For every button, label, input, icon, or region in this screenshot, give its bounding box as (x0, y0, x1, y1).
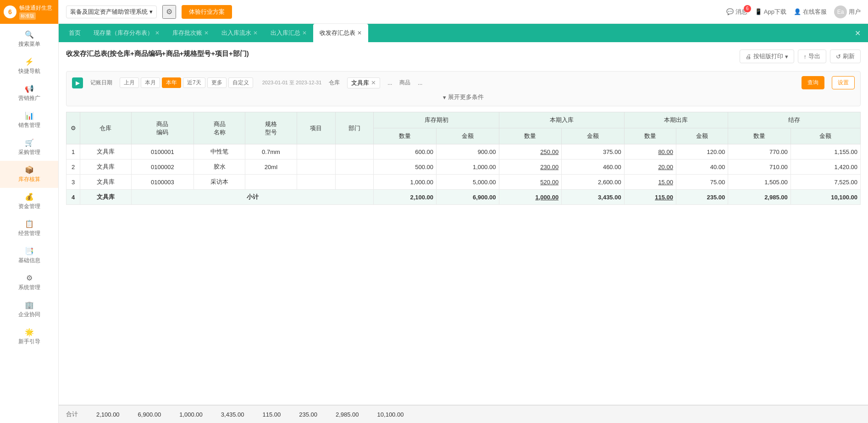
row1-open-amt: 900.00 (437, 144, 499, 159)
tab-recv-send-close[interactable]: ✕ (357, 30, 362, 36)
sidebar-label-system: 系统管理 (18, 284, 40, 291)
sidebar-item-marketing[interactable]: 📢 营销推广 (0, 80, 58, 107)
row1-close-amt: 1,155.00 (791, 144, 860, 159)
warehouse-tag-value: 文具库 (351, 79, 369, 87)
app-download-item[interactable]: 📱 App下载 (755, 8, 786, 16)
sidebar-label-sales: 销售管理 (18, 121, 40, 129)
row2-code: 0100002 (131, 159, 194, 175)
user-item[interactable]: Ea 用户 (834, 5, 861, 18)
table-row: 2 文具库 0100002 胶水 20ml 500.00 1,000.00 23… (66, 159, 861, 175)
logo-icon: 6 (4, 5, 17, 18)
row3-in-qty[interactable]: 520.00 (499, 175, 562, 190)
try-industry-button[interactable]: 体验行业方案 (182, 5, 232, 19)
user-label: 用户 (849, 8, 861, 16)
sidebar-item-sales[interactable]: 📊 销售管理 (0, 107, 58, 134)
sidebar-item-finance[interactable]: 💰 资金管理 (0, 188, 58, 215)
sidebar-label-operation: 经营管理 (18, 230, 40, 237)
content-area: 收发存汇总表(按仓库+商品编码+商品+规格型号+项目+部门) 🖨 按钮版打印 ▾… (59, 42, 868, 405)
table-row: 1 文具库 0100001 中性笔 0.7mm 600.00 900.00 25… (66, 144, 861, 159)
footer-out-amt: 235.00 (299, 411, 317, 418)
sidebar-item-enterprise[interactable]: 🏢 企业协同 (0, 296, 58, 323)
search-icon: 🔍 (25, 30, 34, 39)
th-open-amt: 金额 (437, 128, 499, 144)
warehouse-tag[interactable]: 文具库 ✕ (347, 77, 380, 88)
th-warehouse: 仓库 (80, 112, 132, 144)
tab-inventory-dist-close[interactable]: ✕ (155, 30, 160, 36)
subtotal-out-qty[interactable]: 115.00 (624, 190, 676, 205)
tab-batch-close[interactable]: ✕ (204, 30, 209, 36)
message-item[interactable]: 💬 消息 6 (726, 8, 747, 16)
tab-inventory-dist[interactable]: 现存量（库存分布表） ✕ (87, 24, 166, 42)
subtotal-out-amt: 235.00 (676, 190, 728, 205)
th-out-amt: 金额 (676, 128, 728, 144)
tab-bar: 首页 现存量（库存分布表） ✕ 库存批次账 ✕ 出入库流水 ✕ 出入库汇总 ✕ … (59, 24, 868, 42)
system-selector[interactable]: 装备及固定资产辅助管理系统 ▾ (66, 5, 157, 18)
tab-recv-send-label: 收发存汇总表 (320, 29, 355, 37)
sidebar-label-purchase: 采购管理 (18, 148, 40, 156)
online-service-item[interactable]: 👤 在线客服 (794, 8, 827, 16)
refresh-button[interactable]: ↺ 刷新 (830, 49, 861, 63)
sidebar-item-quick-nav[interactable]: ⚡ 快捷导航 (0, 53, 58, 80)
date-btn-last-month[interactable]: 上月 (120, 77, 139, 88)
footer-out-qty-cell: 115.00 (262, 411, 281, 418)
print-button[interactable]: 🖨 按钮版打印 ▾ (740, 49, 794, 63)
footer-in-amt: 3,435.00 (221, 411, 244, 418)
row3-code: 0100003 (131, 175, 194, 190)
goods-ellipsis[interactable]: ... (418, 80, 422, 86)
row1-out-qty[interactable]: 80.00 (624, 144, 676, 159)
date-btn-more[interactable]: 更多 (207, 77, 227, 88)
warehouse-label: 仓库 (329, 79, 340, 87)
sidebar-item-basic-info[interactable]: 📑 基础信息 (0, 242, 58, 269)
app-logo: 6 畅捷通好生意 标准版 (0, 0, 58, 24)
row3-close-qty: 1,505.00 (728, 175, 791, 190)
tab-inout-summary-close[interactable]: ✕ (302, 30, 307, 36)
warehouse-tag-close[interactable]: ✕ (371, 79, 376, 86)
avatar: Ea (834, 5, 847, 18)
subtotal-in-qty[interactable]: 1,000.00 (499, 190, 562, 205)
tab-bar-close-icon[interactable]: ✕ (851, 29, 864, 38)
tab-batch[interactable]: 库存批次账 ✕ (166, 24, 215, 42)
export-button[interactable]: ↑ 导出 (798, 49, 827, 63)
warehouse-ellipsis[interactable]: ... (387, 80, 392, 86)
sidebar-item-inventory[interactable]: 📦 库存核算 (0, 161, 58, 188)
expand-more-row[interactable]: ▾ 展开更多条件 (72, 89, 855, 101)
row2-spec: 20ml (245, 159, 297, 175)
tab-home[interactable]: 首页 (62, 24, 87, 42)
th-closing-group: 结存 (728, 112, 861, 128)
sidebar-item-system[interactable]: ⚙ 系统管理 (0, 269, 58, 296)
data-table: ⚙ 仓库 商品编码 商品名称 规格型号 项目 部门 库存期初 本期入库 本期出库… (66, 112, 861, 205)
sidebar-label-marketing: 营销推广 (18, 94, 40, 102)
row3-out-amt: 75.00 (676, 175, 728, 190)
tab-inout-flow[interactable]: 出入库流水 ✕ (215, 24, 264, 42)
subtotal-warehouse: 文具库 (80, 190, 132, 205)
tab-recv-send[interactable]: 收发存汇总表 ✕ (313, 24, 368, 42)
sidebar-item-guide[interactable]: 🌟 新手引导 (0, 323, 58, 350)
th-settings[interactable]: ⚙ (66, 112, 80, 144)
sidebar-item-search[interactable]: 🔍 搜索菜单 (0, 26, 58, 53)
th-in-qty: 数量 (499, 128, 562, 144)
date-btn-custom[interactable]: 自定义 (228, 77, 253, 88)
row3-in-amt: 2,600.00 (562, 175, 625, 190)
service-icon: 👤 (794, 8, 801, 15)
row2-out-qty[interactable]: 20.00 (624, 159, 676, 175)
inventory-icon: 📦 (25, 165, 34, 174)
filter-collapse-button[interactable]: ▶ (72, 77, 83, 88)
date-btn-this-year[interactable]: 本年 (162, 77, 181, 88)
sidebar-item-purchase[interactable]: 🛒 采购管理 (0, 134, 58, 161)
query-button[interactable]: 查询 (802, 76, 824, 89)
row1-dept (335, 144, 374, 159)
row3-out-qty[interactable]: 15.00 (624, 175, 676, 190)
date-btn-last7[interactable]: 近7天 (183, 77, 205, 88)
filter-settings-button[interactable]: 设置 (832, 76, 855, 89)
main-area: 装备及固定资产辅助管理系统 ▾ ⚙ 体验行业方案 💬 消息 6 📱 App下载 … (59, 0, 868, 423)
row3-warehouse: 文具库 (80, 175, 132, 190)
sidebar-item-operation[interactable]: 📋 经营管理 (0, 215, 58, 242)
row1-in-qty[interactable]: 250.00 (499, 144, 562, 159)
row2-in-qty[interactable]: 230.00 (499, 159, 562, 175)
tab-inout-flow-close[interactable]: ✕ (253, 30, 258, 36)
expand-icon: ▾ (443, 94, 446, 101)
settings-button[interactable]: ⚙ (162, 5, 176, 19)
sidebar-label-quick-nav: 快捷导航 (18, 67, 40, 75)
tab-inout-summary[interactable]: 出入库汇总 ✕ (264, 24, 313, 42)
date-btn-this-month[interactable]: 本月 (141, 77, 160, 88)
